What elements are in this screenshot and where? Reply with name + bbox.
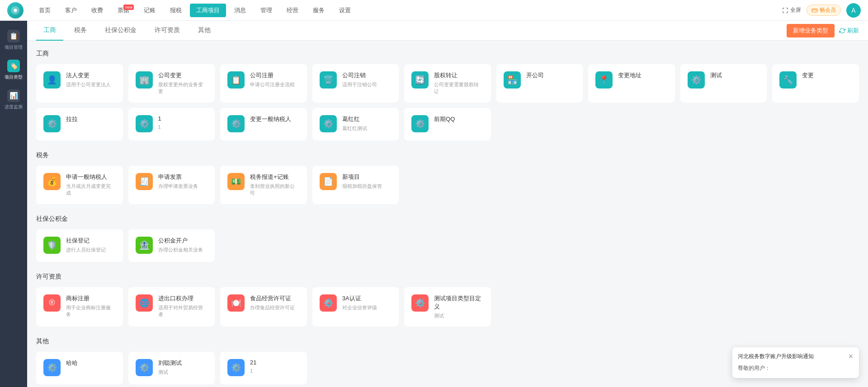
service-card-开公司[interactable]: 🏪开公司 [496, 64, 583, 103]
add-type-button[interactable]: 新增业务类型 [787, 24, 835, 37]
nav-item-票据[interactable]: 票据new [111, 4, 136, 17]
card-name: 拉拉 [66, 115, 116, 123]
card-name: 社保登记 [66, 237, 116, 245]
card-desc: 拿到营业执照的新公司 [250, 183, 300, 197]
card-desc: 适用于公司变更法人 [66, 81, 116, 88]
card-icon: ⚙️ [136, 115, 153, 132]
service-card-刘聪测试[interactable]: ⚙️刘聪测试测试 [128, 352, 215, 384]
nav-item-报税[interactable]: 报税 [164, 4, 188, 17]
card-desc: 办理食品经营许可证 [250, 304, 300, 311]
card-desc: 用于企业商标注册服务 [66, 304, 116, 318]
sidebar-label-1: 项目类型 [5, 74, 23, 80]
card-desc: 测试 [434, 312, 484, 319]
tab-其他[interactable]: 其他 [191, 21, 218, 41]
card-desc: 办理公积金相关业务 [158, 247, 208, 253]
service-card-社保登记[interactable]: 🛡️社保登记进行人员社保登记 [36, 229, 123, 262]
section-title-社保公积金: 社保公积金 [36, 215, 859, 223]
nav-item-设置[interactable]: 设置 [333, 4, 357, 17]
nav-item-收费[interactable]: 收费 [85, 4, 109, 17]
tabs: 工商税务社保公积金许可资质其他 [36, 21, 222, 41]
card-name: 公积金开户 [158, 237, 208, 245]
tab-工商[interactable]: 工商 [36, 21, 63, 41]
tab-社保公积金[interactable]: 社保公积金 [98, 21, 144, 41]
nav-item-记账[interactable]: 记账 [137, 4, 162, 17]
card-icon: ⚙️ [227, 115, 245, 132]
service-card-税务报道+记账[interactable]: 💵税务报道+记账拿到营业执照的新公司 [220, 166, 307, 204]
card-icon: ⚙️ [411, 294, 429, 312]
card-name: 申请发票 [158, 173, 208, 181]
card-info: 刘聪测试测试 [158, 359, 208, 376]
nav-item-客户[interactable]: 客户 [59, 4, 83, 17]
service-card-法人变更[interactable]: 👤法人变更适用于公司变更法人 [36, 64, 123, 103]
member-button[interactable]: 畅会员 [807, 5, 841, 16]
service-card-新项目[interactable]: 📄新项目报税加税控盘保管 [312, 166, 399, 204]
notification-close-button[interactable]: ✕ [848, 353, 854, 360]
svg-rect-0 [812, 9, 817, 12]
nav-item-服务[interactable]: 服务 [307, 4, 331, 17]
service-card-公司变更[interactable]: 🏢公司变更股权变更外的业务变更 [128, 64, 215, 103]
card-grid-工商: 👤法人变更适用于公司变更法人🏢公司变更股权变更外的业务变更📋公司注册申请公司注册… [36, 64, 859, 140]
card-icon: 🛡️ [43, 237, 61, 254]
card-desc: 1 [250, 368, 300, 374]
card-desc: 当月或次月成变更完成 [66, 183, 116, 197]
card-icon: 🗑️ [320, 71, 337, 89]
nav-item-消息[interactable]: 消息 [228, 4, 252, 17]
fullscreen-button[interactable]: 全屏 [782, 6, 801, 14]
service-card-变更地址[interactable]: 📍变更地址 [588, 64, 675, 103]
sidebar: 📋项目管理🏷️项目类型📊进度监测 [0, 21, 27, 387]
nav-item-工商项目[interactable]: 工商项目 [190, 4, 226, 17]
sidebar-label-0: 项目管理 [5, 44, 23, 51]
card-info: 新项目报税加税控盘保管 [342, 173, 392, 190]
top-navigation: 首页客户收费票据new记账报税工商项目消息管理经营服务设置 全屏 畅会员 A [0, 0, 868, 21]
card-name: 变更地址 [618, 71, 668, 79]
service-card-申请发票[interactable]: 🧾申请发票办理申请发票业务 [128, 166, 215, 204]
service-card-葛红红[interactable]: ⚙️葛红红葛红红测试 [312, 108, 399, 140]
card-info: 开公司 [526, 71, 576, 81]
sidebar-label-2: 进度监测 [5, 104, 23, 110]
card-icon: ⚙️ [227, 359, 245, 376]
service-card-股权转让[interactable]: 🔄股权转让公司变更需要股权转让 [404, 64, 491, 103]
service-card-测试项目类型目定义[interactable]: ⚙️测试项目类型目定义测试 [404, 287, 491, 326]
service-card-公积金开户[interactable]: 🏦公积金开户办理公积金相关业务 [128, 229, 215, 262]
card-name: 3A认证 [342, 294, 392, 303]
card-desc: 申请公司注册全流程 [250, 81, 300, 88]
card-desc: 适用于注销公司 [342, 81, 392, 88]
service-card-公司注册[interactable]: 📋公司注册申请公司注册全流程 [220, 64, 307, 103]
tab-税务[interactable]: 税务 [67, 21, 94, 41]
tab-许可资质[interactable]: 许可资质 [147, 21, 187, 41]
card-name: 食品经营许可证 [250, 294, 300, 303]
card-info: 公司注册申请公司注册全流程 [250, 71, 300, 88]
card-icon: 📋 [227, 71, 245, 89]
service-card-哈哈[interactable]: ⚙️哈哈 [36, 352, 123, 384]
card-name: 刘聪测试 [158, 359, 208, 367]
card-info: 拉拉 [66, 115, 116, 125]
service-card-1[interactable]: ⚙️11 [128, 108, 215, 140]
sidebar-item-1[interactable]: 🏷️项目类型 [0, 55, 27, 85]
card-info: 变更 [802, 71, 852, 81]
card-info: 税务报道+记账拿到营业执照的新公司 [250, 173, 300, 197]
service-card-变更一般纳税人[interactable]: ⚙️变更一般纳税人 [220, 108, 307, 140]
card-info: 变更地址 [618, 71, 668, 81]
service-card-申请一般纳税人[interactable]: 💰申请一般纳税人当月或次月成变更完成 [36, 166, 123, 204]
sidebar-item-0[interactable]: 📋项目管理 [0, 25, 27, 55]
service-card-测试[interactable]: ⚙️测试 [680, 64, 767, 103]
refresh-button[interactable]: 刷新 [839, 27, 859, 35]
service-card-商标注册[interactable]: ®️商标注册用于企业商标注册服务 [36, 287, 123, 326]
service-card-21[interactable]: ⚙️211 [220, 352, 307, 384]
service-card-公司注销[interactable]: 🗑️公司注销适用于注销公司 [312, 64, 399, 103]
logo[interactable] [7, 2, 24, 19]
card-info: 测试 [710, 71, 760, 81]
service-card-3A认证[interactable]: ⚙️3A认证对企业信誉评级 [312, 287, 399, 326]
service-card-食品经营许可证[interactable]: 🍽️食品经营许可证办理食品经营许可证 [220, 287, 307, 326]
avatar[interactable]: A [846, 3, 861, 18]
service-card-前期QQ[interactable]: ⚙️前期QQ [404, 108, 491, 140]
nav-item-经营[interactable]: 经营 [280, 4, 305, 17]
nav-item-管理[interactable]: 管理 [254, 4, 278, 17]
card-icon: 🧾 [136, 173, 153, 190]
nav-item-首页[interactable]: 首页 [33, 4, 57, 17]
service-card-变更[interactable]: 🔧变更 [772, 64, 859, 103]
service-card-进出口权办理[interactable]: 🌐进出口权办理适用于对外贸易经营者 [128, 287, 215, 326]
sidebar-item-2[interactable]: 📊进度监测 [0, 85, 27, 115]
card-desc: 进行人员社保登记 [66, 247, 116, 253]
service-card-拉拉[interactable]: ⚙️拉拉 [36, 108, 123, 140]
